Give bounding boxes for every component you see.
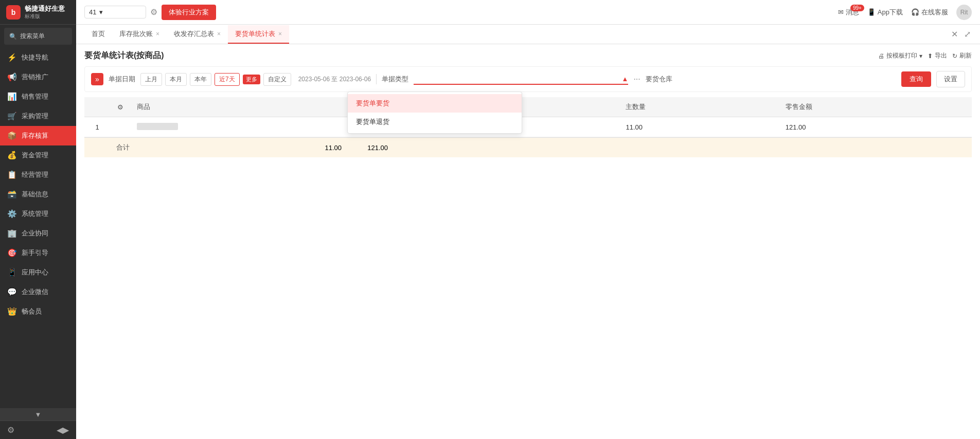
selector-chevron-icon: ▾ [99,8,103,16]
tab-库存批次账[interactable]: 库存批次账× [112,25,167,44]
sidebar-label-member: 畅会员 [22,307,42,316]
sidebar-label-marketing: 营销推广 [22,72,48,82]
type-chevron-icon[interactable]: ▲ [622,75,629,83]
nav-icon-finance: 💰 [7,151,16,160]
refresh-btn[interactable]: ↻ 刷新 [952,51,972,60]
messages-btn[interactable]: ✉ 消息 99+ [838,8,859,17]
tab-label: 库存批次账 [119,29,153,39]
sidebar-item-finance[interactable]: 💰资金管理 [0,145,76,165]
close-tab-icon[interactable]: ✕ [950,28,959,40]
sidebar-label-system: 系统管理 [22,209,48,218]
app-download-label: App下载 [878,8,903,17]
topbar-right: ✉ 消息 99+ 📱 App下载 🎧 在线客服 Rit [838,5,972,20]
sidebar-item-marketing[interactable]: 📢营销推广 [0,67,76,87]
app-name: 畅捷通好生意 [25,5,65,13]
sidebar-item-guide[interactable]: 🎯新手引导 [0,243,76,263]
tabs-controls: ✕ ⤢ [950,28,972,40]
cell-num: 1 [84,117,110,137]
app-download-btn[interactable]: 📱 App下载 [867,8,903,17]
date-btn-custom[interactable]: 自定义 [263,73,291,86]
user-avatar[interactable]: Rit [956,5,972,20]
date-btn-more[interactable]: 更多 [243,75,260,84]
tabs-container: 首页库存批次账×收发存汇总表×要货单统计表× [84,25,289,44]
tab-label: 要货单统计表 [235,29,275,39]
sidebar-item-purchase[interactable]: 🛒采购管理 [0,106,76,126]
selector-value: 41 [89,8,96,16]
page-wrapper: 要货单统计表(按商品) 🖨 按模板打印 ▾ ⬆ 导出 ↻ 刷新 [76,44,980,439]
nav-icon-basic-info: 🗃️ [7,190,16,199]
dropdown-item-要货单退货[interactable]: 要货单退货 [348,113,522,131]
dropdown-item-要货单要货[interactable]: 要货单要货 [348,94,522,113]
message-icon: ✉ [838,8,844,16]
page-title-bar: 要货单统计表(按商品) 🖨 按模板打印 ▾ ⬆ 导出 ↻ 刷新 [84,50,972,61]
tab-close-icon[interactable]: × [278,30,282,38]
date-btn-this-year[interactable]: 本年 [190,73,211,86]
tab-close-icon[interactable]: × [217,30,221,38]
cell-amount: 121.00 [779,117,972,137]
more-filter-icon[interactable]: ··· [633,75,640,84]
sidebar-item-inventory[interactable]: 📦库存核算 [0,126,76,145]
table-body: 1 块 11.00 121.00 [84,117,972,137]
sidebar-item-basic-info[interactable]: 🗃️基础信息 [0,185,76,204]
search-menu[interactable]: 🔍 搜索菜单 [4,28,72,45]
nav-icon-wechat: 💬 [7,287,16,297]
app-version: 标准版 [25,13,65,20]
sidebar-item-sales[interactable]: 📊销售管理 [0,87,76,106]
settings-btn[interactable]: 设置 [936,71,965,87]
footer-amount: 121.00 [353,144,394,152]
nav-icon-system: ⚙️ [7,209,16,218]
sidebar-nav: ⚡快捷导航📢营销推广📊销售管理🛒采购管理📦库存核算💰资金管理📋经营管理🗃️基础信… [0,48,76,408]
restore-tab-icon[interactable]: ⤢ [963,28,972,40]
nav-icon-purchase: 🛒 [7,112,16,121]
date-btn-this-month[interactable]: 本月 [165,73,187,86]
topbar-left: 41 ▾ ⚙ 体验行业方案 [84,5,832,20]
table-header-row: ⚙ 商品 主计量单位 主数量 零售金额 [84,97,972,117]
table-wrapper: ⚙ 商品 主计量单位 主数量 零售金额 1 块 11.00 121.00 [84,97,972,137]
settings-icon[interactable]: ⚙ [7,425,14,435]
sidebar-item-member[interactable]: 👑畅会员 [0,302,76,321]
page-actions: 🖨 按模板打印 ▾ ⬆ 导出 ↻ 刷新 [878,51,972,60]
col-header-settings[interactable]: ⚙ [110,97,131,117]
nav-icon-inventory: 📦 [7,131,16,140]
search-icon: 🔍 [9,33,17,40]
sidebar-label-finance: 资金管理 [22,151,48,160]
tab-close-icon[interactable]: × [156,30,159,38]
filter-expand-btn[interactable]: » [91,73,103,85]
print-icon: 🖨 [878,52,884,60]
nav-icon-member: 👑 [7,307,16,316]
sidebar-item-system[interactable]: ⚙️系统管理 [0,204,76,224]
tab-要货单统计表[interactable]: 要货单统计表× [228,25,289,44]
collapse-icon[interactable]: ◀▶ [57,425,69,435]
type-input[interactable]: ▲ [414,74,628,85]
sidebar-item-wechat[interactable]: 💬企业微信 [0,282,76,302]
refresh-icon: ↻ [952,52,957,60]
footer-quantity: 11.00 [307,144,348,152]
nav-icon-enterprise: 🏢 [7,229,16,238]
sidebar-label-purchase: 采购管理 [22,112,48,121]
sidebar-label-guide: 新手引导 [22,248,48,258]
sidebar-item-operations[interactable]: 📋经营管理 [0,165,76,185]
sidebar: b 畅捷通好生意 标准版 🔍 搜索菜单 ⚡快捷导航📢营销推广📊销售管理🛒采购管理… [0,0,76,439]
sidebar-bottom: ⚙ ◀▶ [0,420,76,439]
industry-btn[interactable]: 体验行业方案 [162,5,216,20]
tab-首页[interactable]: 首页 [84,25,112,44]
sidebar-item-enterprise[interactable]: 🏢企业协同 [0,224,76,243]
sidebar-item-quick-nav[interactable]: ⚡快捷导航 [0,48,76,67]
online-service-label: 在线客服 [921,8,948,17]
company-selector[interactable]: 41 ▾ [84,6,146,19]
nav-icon-sales: 📊 [7,92,16,101]
date-btn-prev-month[interactable]: 上月 [140,73,162,86]
export-btn[interactable]: ⬆ 导出 [928,51,947,60]
nav-icon-app-center: 📱 [7,268,16,277]
tab-收发存汇总表[interactable]: 收发存汇总表× [167,25,228,44]
query-btn[interactable]: 查询 [901,71,931,87]
date-btn-7days[interactable]: 近7天 [215,73,240,86]
online-service-btn[interactable]: 🎧 在线客服 [911,8,948,17]
sidebar-scroll-down[interactable]: ▼ [0,408,76,420]
tabs-bar: 首页库存批次账×收发存汇总表×要货单统计表× ✕ ⤢ [76,25,980,44]
sidebar-item-app-center[interactable]: 📱应用中心 [0,263,76,282]
topbar-gear-icon[interactable]: ⚙ [150,7,157,17]
print-btn[interactable]: 🖨 按模板打印 ▾ [878,51,922,60]
sidebar-label-basic-info: 基础信息 [22,190,48,199]
type-label: 单据类型 [382,75,408,84]
